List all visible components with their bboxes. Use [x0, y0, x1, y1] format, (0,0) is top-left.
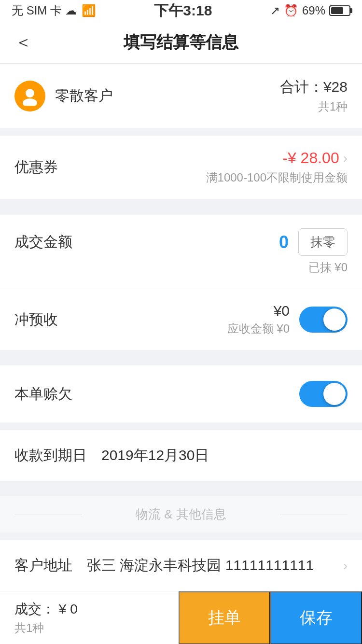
- user-icon: [20, 86, 40, 106]
- bottom-summary: 成交： ¥ 0 共1种: [0, 600, 179, 636]
- nav-bar: ＜ 填写结算等信息: [0, 21, 362, 64]
- customer-left: 零散客户: [14, 81, 113, 112]
- deal-value[interactable]: 0: [279, 232, 289, 252]
- due-date-value[interactable]: 2019年12月30日: [101, 446, 209, 465]
- svg-point-0: [26, 89, 34, 98]
- total-count: 共1种: [280, 99, 348, 114]
- status-left: 无 SIM 卡 ☁ 📶: [12, 3, 96, 18]
- status-bar: 无 SIM 卡 ☁ 📶 下午3:18 ↗ ⏰ 69%: [0, 0, 362, 21]
- logistics-header: 物流 & 其他信息: [0, 496, 362, 532]
- save-button[interactable]: 保存: [270, 591, 362, 644]
- prereceive-amount: ¥0: [227, 303, 290, 319]
- debt-label: 本单赊欠: [14, 384, 72, 404]
- page-title: 填写结算等信息: [124, 31, 238, 54]
- deal-section: 成交金额 0 抹零 已抹 ¥0 冲预收 ¥0 应收金额 ¥0: [0, 215, 362, 350]
- due-date-label: 收款到期日: [14, 446, 87, 465]
- bottom-bar: 成交： ¥ 0 共1种 挂单 保存: [0, 591, 362, 644]
- status-right: ↗ ⏰ 69%: [270, 4, 350, 17]
- divider-2: [0, 358, 362, 365]
- coupon-row[interactable]: 优惠券 -¥ 28.00 › 满1000-100不限制使用金额: [0, 136, 362, 199]
- prereceive-sub: 应收金额 ¥0: [227, 321, 290, 336]
- coupon-amount: -¥ 28.00: [282, 149, 339, 167]
- wifi-icon: 📶: [82, 4, 96, 17]
- debt-section: 本单赊欠: [0, 365, 362, 422]
- deal-amount-row: 成交金额 0 抹零 已抹 ¥0: [0, 215, 362, 289]
- customer-row: 零散客户 合计：¥28 共1种: [0, 64, 362, 128]
- logistics-header-text: 物流 & 其他信息: [136, 507, 226, 521]
- svg-point-1: [23, 98, 37, 106]
- prereceive-toggle[interactable]: [299, 307, 348, 333]
- content-area: 零散客户 合计：¥28 共1种 优惠券 -¥ 28.00 › 满1000-100…: [0, 64, 362, 644]
- coupon-label: 优惠券: [14, 157, 58, 177]
- coupon-section: 优惠券 -¥ 28.00 › 满1000-100不限制使用金额: [0, 136, 362, 199]
- sim-text: 无 SIM 卡 ☁: [12, 3, 77, 18]
- deal-label: 成交金额: [14, 232, 72, 252]
- address-chevron-icon: ›: [343, 558, 348, 574]
- toggle-knob: [323, 308, 346, 331]
- back-button[interactable]: ＜: [14, 30, 32, 54]
- customer-avatar: [14, 81, 45, 112]
- divider-4: [0, 532, 362, 540]
- debt-toggle[interactable]: [299, 381, 348, 407]
- bottom-count-label: 共1种: [14, 620, 164, 636]
- battery-fill: [331, 7, 343, 14]
- customer-summary: 合计：¥28 共1种: [280, 77, 348, 114]
- address-section[interactable]: 客户地址 张三 海淀永丰科技园 11111111111 ›: [0, 540, 362, 591]
- round-button[interactable]: 抹零: [298, 228, 348, 256]
- due-date-section: 收款到期日 2019年12月30日: [0, 430, 362, 481]
- bottom-deal-label: 成交： ¥ 0: [14, 600, 164, 618]
- prereceive-amount-block: ¥0 应收金额 ¥0: [227, 303, 290, 336]
- coupon-right: -¥ 28.00 › 满1000-100不限制使用金额: [206, 149, 348, 185]
- battery-percent: 69%: [302, 4, 325, 17]
- hang-button[interactable]: 挂单: [179, 591, 270, 644]
- already-erased: 已抹 ¥0: [14, 260, 348, 275]
- divider-1: [0, 207, 362, 215]
- debt-toggle-knob: [323, 383, 346, 405]
- prereceive-label: 冲预收: [14, 310, 58, 330]
- status-time: 下午3:18: [154, 1, 212, 21]
- divider-3: [0, 489, 362, 496]
- total-amount: 合计：¥28: [280, 77, 348, 97]
- location-icon: ↗: [270, 4, 280, 17]
- prereceive-section: 冲预收 ¥0 应收金额 ¥0: [0, 289, 362, 350]
- address-label: 客户地址: [14, 556, 72, 575]
- address-value: 张三 海淀永丰科技园 11111111111: [87, 556, 343, 575]
- battery-icon: [329, 5, 350, 16]
- alarm-icon: ⏰: [284, 4, 298, 17]
- chevron-right-icon: ›: [343, 151, 348, 166]
- customer-name: 零散客户: [55, 86, 113, 106]
- coupon-desc: 满1000-100不限制使用金额: [206, 170, 348, 185]
